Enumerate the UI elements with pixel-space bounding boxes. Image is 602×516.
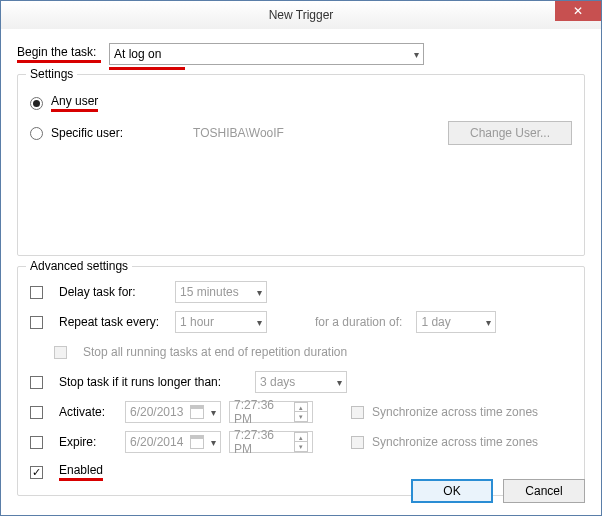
- activate-label: Activate:: [59, 405, 117, 419]
- expire-sync-row: Synchronize across time zones: [351, 435, 538, 449]
- calendar-icon: [190, 435, 204, 449]
- stop-if-row: Stop task if it runs longer than: 3 days…: [30, 367, 572, 397]
- change-user-label: Change User...: [470, 126, 550, 140]
- stop-all-checkbox: [54, 346, 67, 359]
- dialog-footer: OK Cancel: [411, 479, 585, 503]
- highlight-underline: [109, 67, 185, 70]
- delay-row: Delay task for: 15 minutes ▾: [30, 277, 572, 307]
- expire-row: Expire: 6/20/2014 ▾ 7:27:36 PM ▴ ▾ Synch…: [30, 427, 572, 457]
- duration-label: for a duration of:: [315, 315, 402, 329]
- any-user-row: Any user: [30, 91, 572, 115]
- duration-value: 1 day: [421, 315, 450, 329]
- expire-date[interactable]: 6/20/2014 ▾: [125, 431, 221, 453]
- specific-user-value: TOSHIBA\WooIF: [193, 126, 284, 140]
- specific-user-row: Specific user: TOSHIBA\WooIF Change User…: [30, 121, 572, 145]
- chevron-up-icon: ▴: [294, 402, 308, 412]
- stop-if-value: 3 days: [260, 375, 295, 389]
- settings-legend: Settings: [26, 67, 77, 81]
- check-icon: ✓: [32, 467, 41, 478]
- title-bar: New Trigger ✕: [1, 1, 601, 29]
- any-user-radio[interactable]: [30, 97, 43, 110]
- activate-time[interactable]: 7:27:36 PM ▴ ▾: [229, 401, 313, 423]
- time-spinner[interactable]: ▴ ▾: [294, 432, 308, 452]
- enabled-label: Enabled: [59, 463, 103, 481]
- begin-task-select[interactable]: At log on ▾: [109, 43, 424, 65]
- advanced-legend: Advanced settings: [26, 259, 132, 273]
- repeat-value: 1 hour: [180, 315, 214, 329]
- settings-group: Settings Any user Specific user: TOSHIBA…: [17, 74, 585, 256]
- begin-task-value: At log on: [114, 47, 161, 61]
- specific-user-radio[interactable]: [30, 127, 43, 140]
- activate-sync-row: Synchronize across time zones: [351, 405, 538, 419]
- activate-row: Activate: 6/20/2013 ▾ 7:27:36 PM ▴ ▾ Syn…: [30, 397, 572, 427]
- dialog-window: New Trigger ✕ Begin the task: At log on …: [0, 0, 602, 516]
- chevron-down-icon: ▾: [257, 317, 262, 328]
- chevron-down-icon: ▾: [294, 442, 308, 452]
- cancel-label: Cancel: [525, 484, 562, 498]
- time-spinner[interactable]: ▴ ▾: [294, 402, 308, 422]
- ok-label: OK: [443, 484, 460, 498]
- expire-sync-checkbox: [351, 436, 364, 449]
- repeat-checkbox[interactable]: [30, 316, 43, 329]
- change-user-button[interactable]: Change User...: [448, 121, 572, 145]
- window-title: New Trigger: [269, 8, 334, 22]
- activate-date-value: 6/20/2013: [130, 405, 183, 419]
- chevron-down-icon: ▾: [414, 49, 419, 60]
- specific-user-label: Specific user:: [51, 126, 123, 140]
- begin-task-label: Begin the task:: [17, 45, 101, 63]
- expire-sync-label: Synchronize across time zones: [372, 435, 538, 449]
- cancel-button[interactable]: Cancel: [503, 479, 585, 503]
- chevron-down-icon: ▾: [211, 437, 216, 448]
- stop-if-checkbox[interactable]: [30, 376, 43, 389]
- expire-label: Expire:: [59, 435, 117, 449]
- activate-sync-checkbox: [351, 406, 364, 419]
- activate-time-value: 7:27:36 PM: [234, 398, 290, 426]
- advanced-settings-group: Advanced settings Delay task for: 15 min…: [17, 266, 585, 496]
- stop-all-label: Stop all running tasks at end of repetit…: [83, 345, 347, 359]
- close-button[interactable]: ✕: [555, 1, 601, 21]
- delay-combo[interactable]: 15 minutes ▾: [175, 281, 267, 303]
- chevron-down-icon: ▾: [257, 287, 262, 298]
- delay-value: 15 minutes: [180, 285, 239, 299]
- stop-all-row: Stop all running tasks at end of repetit…: [54, 337, 572, 367]
- activate-date[interactable]: 6/20/2013 ▾: [125, 401, 221, 423]
- stop-if-label: Stop task if it runs longer than:: [59, 375, 247, 389]
- chevron-down-icon: ▾: [294, 412, 308, 422]
- repeat-label: Repeat task every:: [59, 315, 167, 329]
- expire-time-value: 7:27:36 PM: [234, 428, 290, 456]
- duration-combo[interactable]: 1 day ▾: [416, 311, 496, 333]
- radio-dot-icon: [33, 100, 40, 107]
- enabled-checkbox[interactable]: ✓: [30, 466, 43, 479]
- any-user-label: Any user: [51, 94, 98, 112]
- expire-checkbox[interactable]: [30, 436, 43, 449]
- chevron-down-icon: ▾: [486, 317, 491, 328]
- delay-label: Delay task for:: [59, 285, 167, 299]
- repeat-row: Repeat task every: 1 hour ▾ for a durati…: [30, 307, 572, 337]
- activate-checkbox[interactable]: [30, 406, 43, 419]
- dialog-content: Begin the task: At log on ▾ Settings Any…: [1, 29, 601, 516]
- chevron-down-icon: ▾: [211, 407, 216, 418]
- ok-button[interactable]: OK: [411, 479, 493, 503]
- chevron-up-icon: ▴: [294, 432, 308, 442]
- expire-time[interactable]: 7:27:36 PM ▴ ▾: [229, 431, 313, 453]
- stop-if-combo[interactable]: 3 days ▾: [255, 371, 347, 393]
- calendar-icon: [190, 405, 204, 419]
- begin-task-row: Begin the task: At log on ▾: [17, 43, 585, 65]
- chevron-down-icon: ▾: [337, 377, 342, 388]
- repeat-combo[interactable]: 1 hour ▾: [175, 311, 267, 333]
- close-icon: ✕: [573, 5, 583, 17]
- expire-date-value: 6/20/2014: [130, 435, 183, 449]
- delay-checkbox[interactable]: [30, 286, 43, 299]
- activate-sync-label: Synchronize across time zones: [372, 405, 538, 419]
